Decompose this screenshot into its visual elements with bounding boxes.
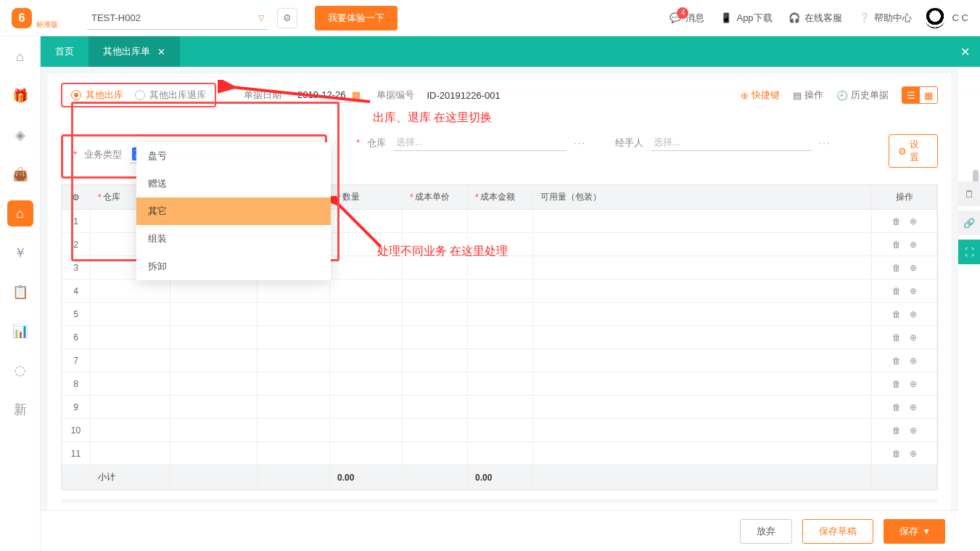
help-center-link[interactable]: ❔ 帮助中心 [858, 12, 912, 25]
org-select[interactable]: TEST-H002 ▽ [87, 7, 268, 30]
nav-home-icon[interactable]: ⌂ [7, 44, 33, 70]
table-row[interactable]: 5🗑⊕ [62, 303, 937, 326]
tab-home[interactable]: 首页 [41, 36, 88, 67]
close-all-tabs-button[interactable]: ✕ [950, 36, 980, 67]
org-settings-button[interactable]: ⚙ [277, 8, 297, 28]
save-draft-button[interactable]: 保存草稿 [802, 519, 873, 544]
hotkey-button[interactable]: ⊕ 快捷键 [741, 89, 780, 102]
expand-tool-icon[interactable]: ⛶ [958, 240, 980, 264]
dropdown-item[interactable]: 其它 [136, 197, 331, 225]
cell-price[interactable] [403, 372, 468, 395]
nav-money-icon[interactable]: ￥ [7, 240, 33, 266]
cell-amount[interactable] [468, 442, 533, 465]
cell-available[interactable] [533, 279, 872, 302]
cell-amount[interactable] [468, 326, 533, 348]
delete-row-icon[interactable]: 🗑 [892, 449, 901, 459]
save-button[interactable]: 保存▾ [884, 519, 945, 544]
cell-qty[interactable] [330, 326, 403, 348]
delete-row-icon[interactable]: 🗑 [892, 240, 901, 250]
add-row-icon[interactable]: ⊕ [910, 332, 917, 343]
cell-qty[interactable] [330, 279, 403, 302]
cell-available[interactable] [533, 349, 872, 372]
cell-warehouse[interactable] [91, 372, 170, 395]
cell-qty[interactable] [330, 419, 403, 441]
cell-qty[interactable] [330, 396, 403, 418]
cell-available[interactable] [533, 303, 872, 325]
cell-warehouse[interactable] [91, 303, 170, 325]
cell-qty[interactable] [330, 303, 403, 325]
cell-available[interactable] [533, 326, 872, 348]
delete-row-icon[interactable]: 🗑 [892, 379, 901, 389]
handler-select[interactable]: 选择... [651, 134, 811, 151]
cell-unit[interactable] [258, 326, 330, 348]
online-service-link[interactable]: 🎧 在线客服 [788, 12, 842, 25]
delete-row-icon[interactable]: 🗑 [892, 216, 901, 226]
col-config-icon[interactable]: ⚙ [62, 185, 91, 209]
cell-price[interactable] [403, 419, 468, 441]
add-row-icon[interactable]: ⊕ [910, 425, 917, 436]
cell-unit[interactable] [258, 349, 330, 372]
history-button[interactable]: 🕘 历史单据 [836, 89, 889, 102]
discard-button[interactable]: 放弃 [740, 519, 792, 544]
cell-price[interactable] [403, 349, 468, 372]
cell-unit[interactable] [258, 442, 330, 465]
app-download-link[interactable]: 📱 App下载 [720, 12, 772, 25]
cell-warehouse[interactable] [91, 279, 170, 302]
cell-available[interactable] [533, 372, 872, 395]
cell-code[interactable] [170, 326, 258, 348]
operations-button[interactable]: ▤ 操作 [793, 89, 823, 102]
add-row-icon[interactable]: ⊕ [910, 216, 917, 226]
cell-warehouse[interactable] [91, 396, 170, 418]
user-name[interactable]: C C [952, 12, 968, 23]
add-row-icon[interactable]: ⊕ [910, 402, 917, 412]
delete-row-icon[interactable]: 🗑 [892, 286, 901, 296]
cell-unit[interactable] [258, 396, 330, 418]
cell-price[interactable] [403, 326, 468, 348]
cell-available[interactable] [533, 419, 872, 441]
add-row-icon[interactable]: ⊕ [910, 379, 917, 389]
cell-amount[interactable] [468, 256, 533, 279]
cell-warehouse[interactable] [91, 349, 170, 372]
cell-warehouse[interactable] [91, 442, 170, 465]
add-row-icon[interactable]: ⊕ [910, 309, 917, 319]
dropdown-item[interactable]: 拆卸 [136, 253, 331, 280]
nav-gift-icon[interactable]: 🎁 [7, 83, 33, 109]
cell-price[interactable] [403, 442, 468, 465]
cell-qty[interactable] [330, 256, 403, 279]
table-row[interactable]: 11🗑⊕ [62, 442, 937, 465]
cell-amount[interactable] [468, 372, 533, 395]
cell-amount[interactable] [468, 349, 533, 372]
add-row-icon[interactable]: ⊕ [910, 240, 917, 250]
tab-close-icon[interactable]: ✕ [157, 46, 165, 57]
cell-qty[interactable] [330, 210, 403, 232]
cell-unit[interactable] [258, 303, 330, 325]
table-row[interactable]: 6🗑⊕ [62, 326, 937, 349]
nav-diamond-icon[interactable]: ◈ [7, 122, 33, 148]
cell-code[interactable] [170, 279, 258, 302]
cell-available[interactable] [533, 396, 872, 418]
table-row[interactable]: 8🗑⊕ [62, 372, 937, 396]
cell-amount[interactable] [468, 396, 533, 418]
link-tool-icon[interactable]: 🔗 [958, 211, 980, 235]
nav-sync-icon[interactable]: ◌ [7, 357, 33, 383]
cell-amount[interactable] [468, 419, 533, 441]
cell-code[interactable] [170, 396, 258, 418]
table-row[interactable]: 7🗑⊕ [62, 349, 937, 372]
handler-more-icon[interactable]: ··· [819, 137, 831, 148]
dropdown-item[interactable]: 盘亏 [136, 142, 331, 170]
cell-amount[interactable] [468, 303, 533, 325]
cell-available[interactable] [533, 256, 872, 279]
cell-warehouse[interactable] [91, 419, 170, 441]
delete-row-icon[interactable]: 🗑 [892, 263, 901, 273]
settings-button[interactable]: ⚙ 设置 [889, 134, 938, 168]
try-button[interactable]: 我要体验一下 [315, 6, 398, 30]
cell-unit[interactable] [258, 279, 330, 302]
add-row-icon[interactable]: ⊕ [910, 449, 917, 459]
add-row-icon[interactable]: ⊕ [910, 356, 917, 366]
warehouse-select[interactable]: 选择... [393, 134, 567, 151]
doc-date-field[interactable]: 2019-12-26 ▦ [295, 88, 363, 102]
delete-row-icon[interactable]: 🗑 [892, 309, 901, 319]
cell-code[interactable] [170, 372, 258, 395]
add-row-icon[interactable]: ⊕ [910, 286, 917, 296]
table-row[interactable]: 4🗑⊕ [62, 279, 937, 303]
